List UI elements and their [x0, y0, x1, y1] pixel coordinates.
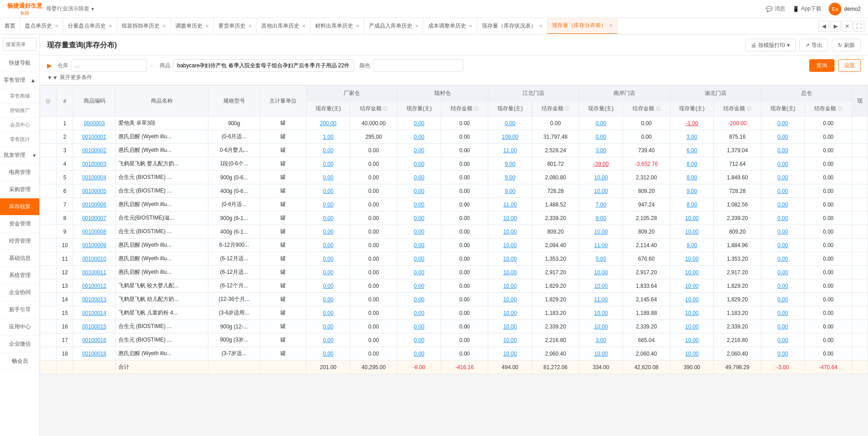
tab-nav: ◀ ▶ ✕ ⛶: [818, 21, 868, 32]
sidebar-item-basic[interactable]: 基础信息: [0, 250, 39, 267]
sidebar-item-system[interactable]: 系统管理: [0, 267, 39, 284]
filter-actions: 查询 设置: [809, 59, 861, 72]
tab-close-cost-adjust[interactable]: ✕: [469, 23, 472, 28]
sidebar-item-retail-stats[interactable]: 零售统计: [0, 132, 39, 147]
tab-material-out[interactable]: 材料出库单历史 ✕: [311, 18, 364, 34]
tab-combo-disassemble[interactable]: 组装拆卸单历史 ✕: [117, 18, 171, 34]
sidebar-item-retail-mgmt[interactable]: 零售管理 ▲: [0, 72, 39, 89]
expand-conditions[interactable]: ▼▼ 展开更多条件: [47, 74, 861, 81]
tab-product-in[interactable]: 产成品入库单历史 ✕: [364, 18, 424, 34]
chevron-down-icon2: ▾: [787, 42, 790, 48]
industry-selector[interactable]: 母婴行业演示陈套 ▾: [46, 5, 94, 13]
col-fc-qty: 现存量(主): [307, 101, 350, 117]
filter-collapse-icon[interactable]: ▶: [47, 62, 52, 69]
warehouse-input[interactable]: [71, 59, 147, 72]
app-download-button[interactable]: 📱 App下载: [793, 5, 821, 13]
warehouse-ellipsis: ···: [150, 62, 154, 69]
expand-icon: ▼▼: [47, 75, 58, 81]
table-row: 15 00100014 飞鹤星飞帆 儿童奶粉 4... (3-6岁适用... 罐…: [40, 306, 868, 320]
tab-cost-adjust[interactable]: 成本调整单历史 ✕: [424, 18, 477, 34]
tab-prev-button[interactable]: ◀: [818, 21, 829, 32]
logo: 畅捷通好生意 标版: [7, 2, 42, 16]
tab-close-branch-stock[interactable]: ✕: [108, 23, 112, 28]
table-row: 9 00100008 合生元 (BIOSTIME) ... 400g (6-1.…: [40, 225, 868, 239]
sidebar-item-retail-store[interactable]: 零售商城: [0, 89, 39, 103]
user-area[interactable]: Ea demo2: [829, 3, 861, 15]
tab-close-material-out[interactable]: ✕: [356, 23, 359, 28]
sidebar-item-wechat[interactable]: 企业微信: [0, 336, 39, 353]
col-lc-qty: 现存量(主): [397, 101, 441, 117]
col-unit-header: 主计量单位: [260, 86, 306, 117]
tab-close-other-out[interactable]: ✕: [302, 23, 306, 28]
tab-close-stock-dist[interactable]: ✕: [609, 23, 613, 28]
table-row: 17 00100016 合生元 (BIOSTIME) ... 900g (3岁.…: [40, 333, 868, 347]
sidebar-item-marketing[interactable]: 营销推广: [0, 103, 39, 118]
sidebar-item-quick-nav[interactable]: 快捷导航: [0, 55, 39, 72]
col-settings-header[interactable]: ⚙: [40, 86, 57, 117]
sidebar-item-enterprise[interactable]: 企业协同: [0, 284, 39, 301]
sidebar-item-ecommerce[interactable]: 电商管理: [0, 164, 39, 181]
tab-stock-status[interactable]: 现存量（库存状况表） ✕: [477, 18, 547, 34]
query-button[interactable]: 查询: [809, 59, 835, 72]
tab-stock-single[interactable]: 盘点单历史 ✕: [20, 18, 63, 34]
col-jb-qty: 现存量(主): [488, 101, 532, 117]
tab-requisition[interactable]: 要货单历史 ✕: [214, 18, 257, 34]
col-zc-qty: 现存量(主): [761, 101, 805, 117]
table-row: 10 00100009 惠氏启醒 (Wyeth illu... 6-12月900…: [40, 239, 868, 252]
col-na-amt: 结存金额 ⓘ: [623, 101, 670, 117]
search-input[interactable]: [3, 38, 37, 51]
table-row: 16 00100015 合生元 (BIOSTIME) ... 900g (12-…: [40, 320, 868, 333]
sidebar-item-purchase[interactable]: 采购管理: [0, 181, 39, 198]
filter-bar: ▶ 仓库 ··· 商品 颜色 查询 设置: [40, 56, 868, 85]
export-button[interactable]: ↗ 导出: [799, 39, 828, 52]
tab-branch-stock[interactable]: 分量盘点单历史 ✕: [63, 18, 117, 34]
sidebar-item-finance[interactable]: 资金管理: [0, 216, 39, 233]
sidebar-item-guide[interactable]: 新手引导: [0, 301, 39, 319]
tab-close-combo-disassemble[interactable]: ✕: [162, 23, 166, 28]
tab-close-transfer[interactable]: ✕: [205, 23, 209, 28]
table-row: 7 00100006 惠氏启醒 (Wyeth illu... (0-6月适...…: [40, 198, 868, 211]
table-row: 12 00100011 惠氏启醒 (Wyeth illu... (6-12月适.…: [40, 266, 868, 279]
color-input[interactable]: [373, 59, 463, 72]
settings-button[interactable]: 设置: [838, 59, 861, 72]
table-row: 18 00100018 惠氏启醒 (Wyeth illu... (3-7岁适..…: [40, 347, 868, 361]
tab-close-all-button[interactable]: ✕: [842, 21, 853, 32]
print-button[interactable]: 🖨 按模版打印 ▾: [745, 39, 796, 52]
page-title: 现存量查询(库存分布): [47, 41, 117, 50]
filter-warehouse: 仓库 ···: [57, 59, 154, 72]
sidebar-item-member2[interactable]: 畅会员: [0, 353, 39, 370]
refresh-button[interactable]: ↻ 刷新: [832, 39, 861, 52]
tab-close-requisition[interactable]: ✕: [248, 23, 252, 28]
tab-home[interactable]: 首页: [0, 18, 20, 34]
sidebar-item-operation[interactable]: 经营管理: [0, 233, 39, 250]
tab-next-button[interactable]: ▶: [830, 21, 841, 32]
col-na-header: 南岸门店: [579, 86, 670, 101]
product-input[interactable]: [173, 59, 354, 72]
col-yb-qty: 现存量(主): [670, 101, 714, 117]
sidebar-item-app-center[interactable]: 应用中心: [0, 319, 39, 336]
header-actions: 🖨 按模版打印 ▾ ↗ 导出 ↻ 刷新: [745, 39, 861, 52]
sidebar-item-wholesale[interactable]: 批发管理 ▾: [0, 147, 39, 164]
tab-stock-dist[interactable]: 现存量（库存分布表） ✕: [547, 18, 618, 34]
message-icon: 💬: [766, 6, 773, 12]
sidebar-item-inventory[interactable]: 库存核算: [0, 198, 39, 216]
tab-transfer[interactable]: 调拨单历史 ✕: [171, 18, 214, 34]
col-fc-header: 厂家仓: [307, 86, 397, 101]
col-jb-header: 江北门店: [488, 86, 579, 101]
sidebar-item-member[interactable]: 会员中心: [0, 118, 39, 132]
table-area: ⚙ # 商品编码 商品名称 规格型号 主计量单位 厂家仓 陆村仓 江北门店 南岸…: [40, 85, 868, 436]
tab-other-out[interactable]: 其他出库单历史 ✕: [257, 18, 311, 34]
table-row: 1 0000003 爱他美 卓萃3段 900g 罐 200.00 40,000.…: [40, 117, 868, 130]
chevron-down-icon: ▾: [33, 152, 36, 159]
filter-color: 颜色: [359, 59, 463, 72]
tab-expand-button[interactable]: ⛶: [854, 21, 864, 32]
col-lc-header: 陆村仓: [397, 86, 488, 101]
tab-close-stock-single[interactable]: ✕: [55, 23, 58, 28]
message-button[interactable]: 💬 消息: [766, 5, 785, 13]
col-index-header: #: [57, 86, 73, 117]
sidebar: 快捷导航 零售管理 ▲ 零售商城 营销推广 会员中心 零售统计 批发管理 ▾ 电…: [0, 34, 40, 436]
tab-close-stock-status[interactable]: ✕: [539, 23, 542, 28]
filter-row: ▶ 仓库 ··· 商品 颜色 查询 设置: [47, 59, 861, 72]
page-header: 现存量查询(库存分布) 🖨 按模版打印 ▾ ↗ 导出 ↻ 刷新: [40, 34, 868, 56]
tab-close-product-in[interactable]: ✕: [415, 23, 419, 28]
